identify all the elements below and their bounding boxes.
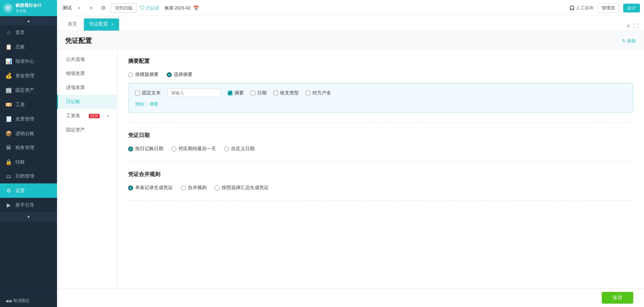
sidebar-item-label: 结账	[15, 159, 25, 165]
sidebar-item-archive[interactable]: 🗂 归档管理	[0, 169, 57, 183]
check-summary[interactable]: 摘要	[228, 90, 244, 96]
calendar-icon[interactable]: 📅	[193, 5, 199, 11]
sidebar-item-home[interactable]: ⌂ 首页	[0, 26, 57, 40]
header-right: 🎧 人工咨询 管理员 会计	[569, 3, 640, 13]
scroll-up-btn[interactable]: ▲	[0, 16, 57, 26]
sidebar-item-assets[interactable]: 🏢 固定资产	[0, 83, 57, 97]
sidebar-item-trade[interactable]: 📦 进销台账	[0, 126, 57, 141]
cancel-pin-button[interactable]: ◀◀ 取消固定	[0, 294, 57, 307]
sidebar-item-guide[interactable]: ▶ 新手引导	[0, 198, 57, 212]
radio-template-input[interactable]	[128, 72, 133, 77]
radio-summary-voucher-input[interactable]	[215, 185, 220, 190]
user-button[interactable]: 管理员	[597, 3, 619, 13]
sidebar-item-label: 进销台账	[15, 131, 34, 137]
tab-voucher-config[interactable]: 凭证配置 ×	[84, 18, 119, 31]
sidebar-item-tax[interactable]: 🏛 税务管理	[0, 141, 57, 155]
sidebar-item-label: 发票管理	[15, 116, 34, 122]
check-counterpart-input[interactable]	[306, 91, 310, 95]
nav-payroll-table[interactable]: 工资表 NEW ▾	[57, 109, 117, 123]
trade-icon: 📦	[5, 130, 12, 137]
nav-public[interactable]: 公共选项	[57, 52, 117, 67]
funds-icon: 💰	[5, 73, 12, 79]
tab-close-icon[interactable]: ×	[111, 22, 114, 27]
refresh-button[interactable]: ↻ 刷新	[622, 38, 636, 44]
check-payment-type-input[interactable]	[273, 91, 278, 95]
sidebar-scroll: ▲ ⌂ 首页 📋 总账 📊 报表中心 💰 资金管理 🏢 固定资产	[0, 16, 57, 294]
page-header: 凭证配置 ↻ 刷新	[57, 31, 644, 50]
check-date-input[interactable]	[251, 91, 255, 95]
sidebar-item-settings[interactable]: ⚙ 设置	[0, 183, 57, 198]
page-content: 凭证配置 ↻ 刷新 公共选项 销项发票	[57, 31, 644, 288]
bottom-bar: 保存	[57, 288, 644, 307]
sidebar-item-label: 总账	[15, 44, 25, 50]
radio-summary-voucher[interactable]: 按照选择汇总生成凭证	[215, 185, 269, 191]
main-layout: ▲ ⌂ 首页 📋 总账 📊 报表中心 💰 资金管理 🏢 固定资产	[0, 16, 644, 307]
check-date[interactable]: 日期	[251, 90, 267, 96]
role-button[interactable]: 会计	[623, 4, 640, 12]
home-icon: ⌂	[5, 30, 12, 36]
summary-checkboxes: 固定文本 摘要 日期	[135, 89, 626, 97]
radio-period-last-input[interactable]	[171, 146, 176, 151]
sidebar-item-label: 首页	[15, 30, 25, 36]
fixed-text-input[interactable]	[167, 89, 221, 97]
sidebar-item-label: 报表中心	[15, 58, 34, 64]
summary-radio-group: 按模版摘要 选择摘要	[128, 72, 633, 78]
radio-single[interactable]: 单条记录生成凭证	[128, 185, 173, 191]
radio-custom-date-input[interactable]	[224, 146, 229, 151]
guide-icon: ▶	[5, 202, 12, 208]
radio-template[interactable]: 按模版摘要	[128, 72, 159, 78]
add-button[interactable]: +	[87, 3, 96, 13]
company-name: 测试	[62, 5, 72, 11]
radio-custom-date[interactable]: 自定义日期	[224, 146, 255, 152]
sidebar-item-invoice[interactable]: 🧾 发票管理	[0, 112, 57, 126]
tax-icon: 🏛	[5, 145, 12, 151]
radio-period-last[interactable]: 对应期间最后一天	[171, 146, 216, 152]
nav-journal[interactable]: 日记账	[57, 95, 117, 109]
check-payment-type[interactable]: 收支类型	[273, 90, 299, 96]
sidebar-item-ledger[interactable]: 📋 总账	[0, 40, 57, 54]
radio-merge-rule[interactable]: 合并规则	[181, 185, 207, 191]
example-text: 例如： 摘要	[135, 101, 626, 107]
content-area: 首页 凭证配置 × ✕ ⛶ 凭证配置 ↻ 刷新	[57, 16, 644, 307]
check-summary-input[interactable]	[228, 91, 232, 95]
nav-fixed-assets[interactable]: 固定资产	[57, 123, 117, 137]
old-version-button[interactable]: 切到旧版	[111, 3, 137, 13]
radio-select[interactable]: 选择摘要	[167, 72, 193, 78]
reports-icon: 📊	[5, 58, 12, 64]
tab-bar: 首页 凭证配置 × ✕ ⛶	[57, 16, 644, 31]
settings-nav-icon: ⚙	[5, 187, 12, 194]
sidebar-item-close[interactable]: 🔒 结账	[0, 155, 57, 169]
maximize-window-button[interactable]: ⛶	[633, 23, 639, 29]
pin-icon: ◀◀	[5, 299, 11, 303]
check-counterpart[interactable]: 对方户名	[306, 90, 331, 96]
certification-badge: 🛡 已认证	[140, 5, 159, 11]
save-button[interactable]: 保存	[602, 292, 633, 304]
tab-home[interactable]: 首页	[62, 18, 83, 31]
check-fixed-text[interactable]: 固定文本	[135, 90, 161, 96]
sidebar-item-label: 新手引导	[15, 202, 34, 208]
sidebar-item-reports[interactable]: 📊 报表中心	[0, 54, 57, 69]
radio-single-input[interactable]	[128, 185, 133, 190]
service-button[interactable]: 🎧 人工咨询	[569, 5, 593, 11]
merge-section-title: 凭证合并规则	[128, 171, 633, 178]
close-window-button[interactable]: ✕	[626, 23, 631, 29]
nav-sales[interactable]: 销项发票	[57, 67, 117, 81]
nav-purchase[interactable]: 进项发票	[57, 81, 117, 95]
radio-journal-date-input[interactable]	[128, 146, 133, 151]
sidebar: ▲ ⌂ 首页 📋 总账 📊 报表中心 💰 资金管理 🏢 固定资产	[0, 16, 57, 307]
invoice-icon: 🧾	[5, 116, 12, 122]
sidebar-item-funds[interactable]: 💰 资金管理	[0, 69, 57, 83]
company-dropdown[interactable]: ▾	[74, 3, 84, 13]
radio-select-input[interactable]	[167, 72, 172, 77]
scroll-down-btn[interactable]: ▼	[0, 212, 57, 222]
summary-section-title: 摘要配置	[128, 58, 633, 65]
settings-icon[interactable]: ⚙	[99, 3, 108, 13]
sidebar-item-label: 税务管理	[15, 145, 34, 151]
radio-journal-date[interactable]: 按日记账日期	[128, 146, 163, 152]
sidebar-item-payroll[interactable]: 💴 工资	[0, 97, 57, 112]
date-section-title: 凭证日期	[128, 132, 633, 139]
radio-merge-rule-input[interactable]	[181, 185, 186, 190]
page-title: 凭证配置	[65, 36, 92, 45]
check-fixed-text-input[interactable]	[135, 91, 140, 95]
period-label: 账期 2023-02	[165, 5, 191, 11]
